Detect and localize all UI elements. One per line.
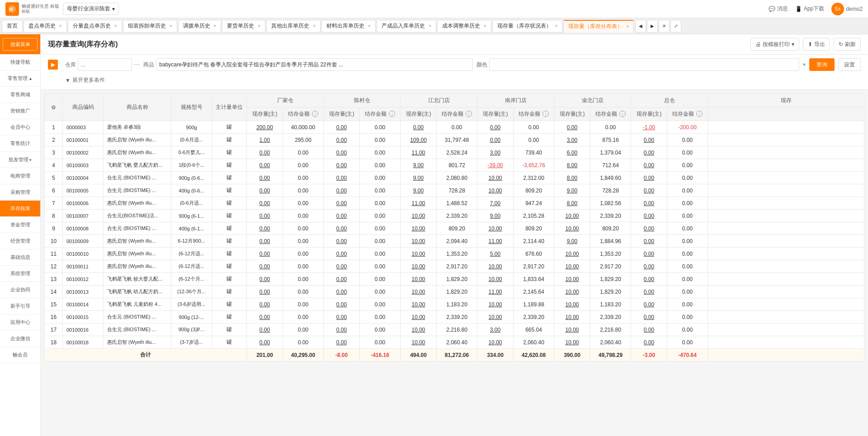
yubei-qty[interactable]: 10.00: [554, 311, 590, 323]
nanan-qty[interactable]: 10.00: [477, 260, 514, 273]
total-qty[interactable]: 0.00: [631, 184, 667, 197]
yubei-qty[interactable]: 10.00: [554, 248, 590, 260]
total-qty[interactable]: 0.00: [631, 197, 667, 210]
close-icon[interactable]: ×: [555, 23, 558, 28]
yubei-qty[interactable]: 10.00: [554, 298, 590, 311]
settings-btn[interactable]: 设置: [838, 58, 861, 71]
nanan-qty[interactable]: 10.00: [477, 298, 514, 311]
yubei-qty[interactable]: 3.00: [554, 134, 590, 146]
factory-qty[interactable]: 0.00: [247, 248, 283, 260]
total-qty[interactable]: 0.00: [631, 172, 667, 184]
sidebar-item-wholesale[interactable]: 批发管理 ▾: [0, 152, 40, 168]
info-icon[interactable]: i: [696, 111, 703, 117]
factory-qty[interactable]: 200.00: [247, 121, 283, 134]
tab-home[interactable]: 首页: [2, 20, 23, 33]
expand-conditions-btn[interactable]: ▼ 展开更多条件: [61, 75, 108, 86]
tab-split-stock[interactable]: 分量盘点单历史 ×: [68, 20, 122, 33]
close-icon[interactable]: ×: [59, 23, 62, 28]
factory-qty[interactable]: 0.00: [247, 172, 283, 184]
yubei-qty[interactable]: 9.00: [554, 235, 590, 248]
export-btn[interactable]: ⬆ 导出: [803, 38, 830, 51]
tab-prev-btn[interactable]: ◀: [635, 20, 646, 33]
tab-assemble[interactable]: 组装拆卸单历史 ×: [123, 20, 177, 33]
close-icon[interactable]: ×: [114, 23, 117, 28]
search-query-btn[interactable]: 查询: [809, 58, 835, 71]
gear-icon[interactable]: ⚙: [51, 104, 56, 111]
nanan-qty[interactable]: 10.00: [477, 172, 514, 184]
close-icon[interactable]: ×: [214, 23, 217, 28]
factory-qty[interactable]: 0.00: [247, 159, 283, 172]
jiangbei-qty[interactable]: 10.00: [401, 260, 437, 273]
nanan-qty[interactable]: 11.00: [477, 235, 514, 248]
chenlu-qty[interactable]: 0.00: [324, 146, 360, 159]
chenlu-qty[interactable]: 0.00: [324, 172, 360, 184]
jiangbei-qty[interactable]: 0.00: [401, 121, 437, 134]
sidebar-item-retail-manage[interactable]: 零售管理 ▲: [0, 70, 40, 87]
search-btn[interactable]: 搜索英单: [3, 38, 38, 51]
jiangbei-qty[interactable]: 10.00: [401, 248, 437, 260]
sidebar-item-app-center[interactable]: 应用中心: [0, 314, 40, 331]
close-icon[interactable]: ×: [313, 23, 316, 28]
close-icon[interactable]: ×: [368, 23, 371, 28]
tab-next-btn[interactable]: ▶: [647, 20, 658, 33]
tab-transfer[interactable]: 调拨单历史 ×: [178, 20, 222, 33]
info-icon[interactable]: i: [389, 111, 395, 117]
factory-qty[interactable]: 0.00: [247, 260, 283, 273]
color-input[interactable]: [489, 58, 799, 71]
close-icon[interactable]: ×: [626, 24, 629, 29]
jiangbei-qty[interactable]: 10.00: [401, 286, 437, 298]
jiangbei-qty[interactable]: 10.00: [401, 298, 437, 311]
company-selector[interactable]: 母婴行业演示陈套 ▾: [63, 3, 119, 15]
total-qty[interactable]: 0.00: [631, 260, 667, 273]
nanan-qty[interactable]: 10.00: [477, 184, 514, 197]
chenlu-qty[interactable]: 0.00: [324, 273, 360, 286]
nanan-qty[interactable]: 10.00: [477, 336, 514, 349]
info-icon[interactable]: i: [312, 111, 318, 117]
nanan-qty[interactable]: 0.00: [477, 134, 514, 146]
factory-qty[interactable]: 0.00: [247, 222, 283, 235]
sidebar-item-enterprise-wechat[interactable]: 企业微信: [0, 331, 40, 347]
close-icon[interactable]: ×: [170, 23, 172, 28]
total-qty[interactable]: 0.00: [631, 134, 667, 146]
chenlu-qty[interactable]: 0.00: [324, 260, 360, 273]
jiangbei-qty[interactable]: 10.00: [401, 336, 437, 349]
sidebar-item-inventory[interactable]: 库存核算: [0, 201, 40, 217]
yubei-qty[interactable]: 10.00: [554, 323, 590, 336]
chenlu-qty[interactable]: 0.00: [324, 159, 360, 172]
total-qty[interactable]: 0.00: [631, 222, 667, 235]
close-icon[interactable]: ×: [484, 23, 486, 28]
yubei-qty[interactable]: 10.00: [554, 222, 590, 235]
sidebar-item-ecommerce[interactable]: 电商管理: [0, 168, 40, 184]
factory-qty[interactable]: 0.00: [247, 311, 283, 323]
jiangbei-qty[interactable]: 11.00: [401, 146, 437, 159]
nanan-qty[interactable]: 10.00: [477, 311, 514, 323]
app-download-btn[interactable]: 📱 App下载: [795, 5, 824, 13]
factory-qty[interactable]: 1.00: [247, 134, 283, 146]
factory-qty[interactable]: 0.00: [247, 184, 283, 197]
sidebar-item-member-plus[interactable]: 畅会员: [0, 347, 40, 363]
yubei-qty[interactable]: 8.00: [554, 197, 590, 210]
sidebar-item-retail-mall[interactable]: 零售商城: [0, 87, 40, 103]
chenlu-qty[interactable]: 0.00: [324, 311, 360, 323]
sidebar-item-retail-stats[interactable]: 零售统计: [0, 136, 40, 152]
total-qty[interactable]: 0.00: [631, 210, 667, 222]
chenlu-qty[interactable]: 0.00: [324, 184, 360, 197]
yubei-qty[interactable]: 10.00: [554, 336, 590, 349]
yubei-qty[interactable]: 8.00: [554, 159, 590, 172]
factory-qty[interactable]: 0.00: [247, 146, 283, 159]
chenlu-qty[interactable]: 0.00: [324, 235, 360, 248]
jiangbei-qty[interactable]: 9.00: [401, 172, 437, 184]
chenlu-qty[interactable]: 0.00: [324, 134, 360, 146]
total-qty[interactable]: 0.00: [631, 323, 667, 336]
tab-fullscreen-btn[interactable]: ⤢: [670, 20, 681, 33]
total-qty[interactable]: 0.00: [631, 286, 667, 298]
factory-qty[interactable]: 0.00: [247, 336, 283, 349]
tab-stock-record[interactable]: 盘点单历史 ×: [24, 20, 67, 33]
jiangbei-qty[interactable]: 109.00: [401, 134, 437, 146]
jiangbei-qty[interactable]: 10.00: [401, 222, 437, 235]
sidebar-item-marketing[interactable]: 营销推广: [0, 103, 40, 119]
nanan-qty[interactable]: 0.00: [477, 121, 514, 134]
chenlu-qty[interactable]: 0.00: [324, 286, 360, 298]
chenlu-qty[interactable]: 0.00: [324, 298, 360, 311]
message-btn[interactable]: 💬 消息: [769, 5, 788, 13]
